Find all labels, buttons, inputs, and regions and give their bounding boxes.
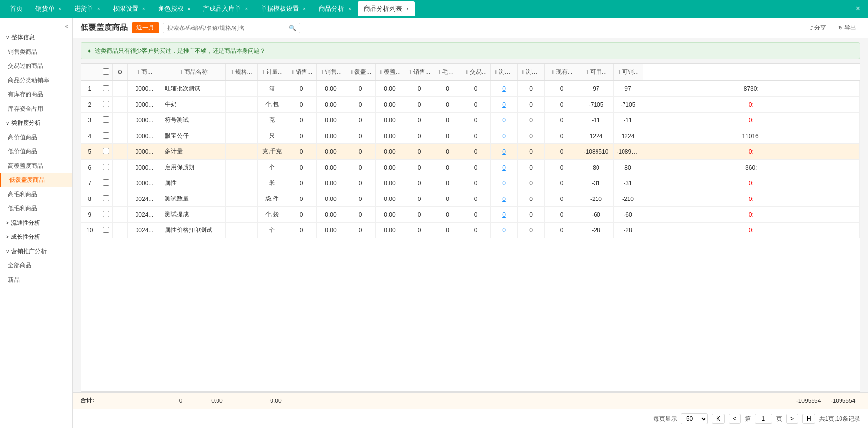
table-row: 10000...旺辅批次测试箱00.0000.0000000097978730: <box>81 81 860 97</box>
close-icon[interactable]: × <box>348 6 351 12</box>
sidebar-section-overall[interactable]: ∨ 整体信息 <box>0 30 72 45</box>
nav-item-roles[interactable]: 角色授权 × <box>152 1 196 16</box>
row-checkbox[interactable] <box>103 164 109 170</box>
total-available: -1095554 <box>826 398 860 404</box>
page-size-label: 每页显示 <box>653 415 677 423</box>
next-page-button[interactable]: > <box>786 414 798 424</box>
current-page-label: 第 <box>745 415 751 423</box>
table-row: 40000...眼宝公仔只00.0000.0000000012241224110… <box>81 128 860 144</box>
close-all-button[interactable]: × <box>852 2 864 15</box>
col-available[interactable]: ⬆可用... <box>579 64 613 81</box>
pagination-bar: 每页显示 50 20 100 K < 第 页 > H 共1页,10条记录 <box>73 409 868 428</box>
chevron-right-icon: > <box>6 234 9 240</box>
sidebar: « ∨ 整体信息 销售类商品 交易过的商品 商品分类动销率 有库存的商品 库存资… <box>0 18 73 428</box>
col-coverage2[interactable]: ⬆覆盖... <box>375 64 405 81</box>
sidebar-section-cluster[interactable]: ∨ 类群度分析 <box>0 116 72 130</box>
nav-item-product-analysis[interactable]: 商品分析 × <box>313 1 357 16</box>
close-icon[interactable]: × <box>188 6 190 12</box>
total-sales-amt: 0.00 <box>202 398 232 404</box>
nav-item-permissions[interactable]: 权限设置 × <box>107 1 151 16</box>
total-coverage: 0.00 <box>261 398 291 404</box>
col-num <box>81 64 99 81</box>
page-size-select[interactable]: 50 20 100 <box>681 413 708 424</box>
row-checkbox[interactable] <box>103 116 109 123</box>
row-checkbox[interactable] <box>103 179 109 186</box>
nav-item-home[interactable]: 首页 <box>4 1 28 16</box>
time-filter-button[interactable]: 近一月 <box>132 22 159 33</box>
page-title: 低覆盖度商品 <box>81 23 128 33</box>
row-checkbox[interactable] <box>103 148 109 154</box>
sidebar-item-inventory-capital[interactable]: 库存资金占用 <box>0 102 72 116</box>
row-checkbox[interactable] <box>103 132 109 139</box>
page-header: 低覆盖度商品 近一月 🔍 ⤴ 分享 ↻ 导出 <box>73 18 868 38</box>
page-input[interactable] <box>755 414 772 424</box>
col-sales-qty[interactable]: ⬆销售... <box>287 64 316 81</box>
row-checkbox[interactable] <box>103 85 109 91</box>
sidebar-item-high-coverage[interactable]: 高覆盖度商品 <box>0 159 72 173</box>
col-coverage1[interactable]: ⬆覆盖... <box>346 64 375 81</box>
sidebar-item-low-coverage[interactable]: 低覆盖度商品 <box>0 173 72 187</box>
nav-item-product-analysis-list[interactable]: 商品分析列表 × <box>358 1 415 16</box>
close-icon[interactable]: × <box>406 6 409 12</box>
chevron-down-icon: ∨ <box>6 35 9 40</box>
select-all-checkbox[interactable] <box>103 68 109 75</box>
row-checkbox[interactable] <box>103 211 109 217</box>
info-icon: ✦ <box>87 48 92 55</box>
col-settings[interactable]: ⚙ <box>112 64 127 81</box>
prev-page-button[interactable]: < <box>729 414 741 424</box>
col-sales-amt[interactable]: ⬆销售... <box>316 64 346 81</box>
sidebar-item-category-sales-rate[interactable]: 商品分类动销率 <box>0 73 72 87</box>
col-sellable[interactable]: ⬆可销... <box>613 64 643 81</box>
col-gross-rate[interactable]: ⬆毛利率 <box>434 64 461 81</box>
col-id[interactable]: ⬆商... <box>127 64 162 81</box>
close-icon[interactable]: × <box>245 6 248 12</box>
sidebar-section-growth[interactable]: > 成长性分析 <box>0 230 72 244</box>
table-row: 60000...启用保质期个00.0000.000000008080360: <box>81 160 860 175</box>
sidebar-item-high-margin[interactable]: 高毛利商品 <box>0 187 72 201</box>
col-sales2[interactable]: ⬆销售... <box>405 64 434 81</box>
sidebar-item-low-margin[interactable]: 低毛利商品 <box>0 201 72 216</box>
nav-item-template[interactable]: 单据模板设置 × <box>255 1 312 16</box>
sidebar-item-in-stock-products[interactable]: 有库存的商品 <box>0 87 72 102</box>
table-row: 50000...多计量克,千克00.0000.00000000-1089510-… <box>81 144 860 160</box>
nav-item-sales[interactable]: 销货单 × <box>29 1 67 16</box>
col-browse2[interactable]: ⬆浏览... <box>517 64 544 81</box>
nav-item-purchase[interactable]: 进货单 × <box>68 1 106 16</box>
col-name[interactable]: ⬆商品名称 <box>162 64 225 81</box>
chevron-right-icon: > <box>6 220 9 226</box>
total-current: -1095554 <box>791 398 826 404</box>
chevron-down-icon: ∨ <box>6 249 9 254</box>
close-icon[interactable]: × <box>303 6 306 12</box>
col-browse1[interactable]: ⬆浏览... <box>490 64 517 81</box>
col-spec[interactable]: ⬆规格... <box>225 64 257 81</box>
sidebar-section-marketing[interactable]: ∨ 营销推广分析 <box>0 244 72 258</box>
last-page-button[interactable]: H <box>802 414 815 424</box>
col-current[interactable]: ⬆现有... <box>544 64 579 81</box>
sidebar-section-liquidity[interactable]: > 流通性分析 <box>0 216 72 230</box>
share-button[interactable]: ⤴ 分享 <box>806 22 830 34</box>
row-checkbox[interactable] <box>103 227 109 233</box>
sidebar-collapse-button[interactable]: « <box>0 22 72 30</box>
col-unit[interactable]: ⬆计量... <box>257 64 287 81</box>
sidebar-item-high-value[interactable]: 高价值商品 <box>0 130 72 144</box>
table-row: 70000...属性米00.0000.00000000-31-310: <box>81 175 860 191</box>
close-icon[interactable]: × <box>142 6 145 12</box>
sidebar-item-traded-products[interactable]: 交易过的商品 <box>0 59 72 73</box>
sidebar-item-all-products[interactable]: 全部商品 <box>0 258 72 273</box>
first-page-button[interactable]: K <box>712 414 725 424</box>
nav-item-product-warehouse[interactable]: 产成品入库单 × <box>197 1 254 16</box>
sidebar-item-sales-products[interactable]: 销售类商品 <box>0 45 72 59</box>
table-row: 100024...属性价格打印测试个00.0000.00000000-28-28… <box>81 223 860 238</box>
row-checkbox[interactable] <box>103 101 109 107</box>
export-button[interactable]: ↻ 导出 <box>834 22 860 34</box>
close-icon[interactable]: × <box>58 6 61 12</box>
search-input[interactable] <box>167 25 287 31</box>
sidebar-item-low-value[interactable]: 低价值商品 <box>0 144 72 159</box>
row-checkbox[interactable] <box>103 195 109 201</box>
table-row: 30000...符号测试克00.0000.00000000-11-110: <box>81 113 860 128</box>
sidebar-item-new-products[interactable]: 新品 <box>0 273 72 287</box>
col-trade[interactable]: ⬆交易... <box>461 64 490 81</box>
search-icon[interactable]: 🔍 <box>289 25 296 31</box>
close-icon[interactable]: × <box>97 6 100 12</box>
col-check[interactable] <box>99 64 112 81</box>
